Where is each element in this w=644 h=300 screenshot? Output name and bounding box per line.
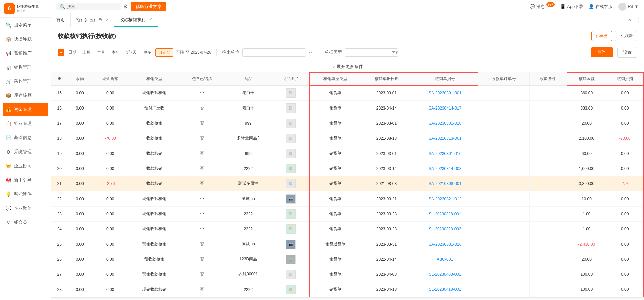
cell-writeoff-doc-type: 销货单 (310, 100, 361, 116)
chevron-down-icon: ∨ (332, 64, 335, 69)
search-input[interactable] (67, 4, 117, 9)
cell-receipt-condition (529, 206, 567, 221)
cell-include-settled: 否 (180, 146, 224, 161)
table-row: 190.000.00收款核销否999🖼销货单2023-03-01SA-20230… (51, 146, 644, 161)
search-icon: 🔍 (60, 4, 65, 9)
last-7-days-btn[interactable]: 近7天 (124, 48, 140, 57)
cell-writeoff-doc-date: 2023-03-31 (361, 237, 412, 252)
cell-writeoff-doc-no-link[interactable]: SA-20230301-001 (429, 91, 461, 95)
tab-home[interactable]: 首页 (51, 13, 71, 27)
cell-goods-img: 🖼 (272, 131, 310, 146)
sidebar-item-basic-info[interactable]: 📄 基础信息 (0, 131, 51, 145)
refresh-button[interactable]: ↺ 刷新 (615, 31, 637, 41)
sidebar-item-collab[interactable]: 🤝 企业协同 (0, 159, 51, 173)
last-month-btn[interactable]: 上月 (79, 48, 93, 57)
page-actions: ↑ 导出 ↺ 刷新 (591, 31, 638, 41)
query-button[interactable]: 查询 (591, 47, 613, 57)
cell-writeoff-doc-no-link[interactable]: SA-20210808-001 (429, 181, 461, 186)
sidebar-item-member[interactable]: V 畅会员 (0, 215, 51, 229)
sidebar-item-hardware[interactable]: 💡 智能硬件 (0, 187, 51, 201)
sidebar-item-quick-nav[interactable]: 🏠 快捷导航 (0, 32, 51, 46)
cell-goods-img: 🖼 (272, 100, 310, 116)
sidebar-item-system[interactable]: ⚙ 系统管理 (0, 145, 51, 159)
cell-goods-img: 🖼 (272, 116, 310, 131)
cell-receipt-condition (529, 176, 567, 191)
cell-balance: 0.00 (68, 252, 92, 267)
col-include-settled: 包含已结清 (180, 72, 224, 85)
tab-writeoff-close[interactable]: ✕ (149, 17, 152, 22)
industry-solution-button[interactable]: 休验行业方案 (131, 2, 166, 11)
doctype-select[interactable] (345, 48, 398, 57)
cell-writeoff-doc-type: 销货单 (310, 267, 361, 282)
cell-writeoff-discount: 0.00 (606, 116, 644, 131)
app-download-button[interactable]: 📱 App下载 (560, 4, 583, 10)
cell-goods: 2222 (224, 221, 272, 237)
sidebar-item-purchase[interactable]: 🛒 采购管理 (0, 74, 51, 88)
maximize-icon[interactable]: ⛶ (634, 17, 639, 23)
this-month-btn[interactable]: 本月 (94, 48, 108, 57)
cell-writeoff-doc-no: SL-20230328-002 (412, 221, 478, 237)
cell-writeoff-discount: 0.00 (606, 161, 644, 176)
filter-toggle-button[interactable]: » (58, 49, 64, 56)
expand-button[interactable]: ∨ 展开更多条件 (332, 63, 363, 70)
cell-writeoff-doc-no-link[interactable]: SA-20230414-017 (429, 106, 461, 111)
col-writeoff-doc-no: 核销单据号 (412, 72, 478, 85)
col-writeoff-type: 核销类型 (129, 72, 180, 85)
sidebar-item-operation[interactable]: 📋 经营管理 (0, 117, 51, 131)
gear-icon[interactable]: ⚙ (123, 3, 128, 10)
cell-writeoff-doc-no-link[interactable]: SA-20230314-008 (429, 166, 461, 171)
cell-writeoff-amount: 20.00 (567, 252, 606, 267)
cell-writeoff-doc-no-link[interactable]: SL-20230328-002 (429, 227, 461, 231)
cell-cash-discount: -70.00 (92, 131, 129, 146)
tab-prepay-close[interactable]: ✕ (106, 18, 109, 22)
cell-writeoff-doc-no-link[interactable]: SA-20230301-010 (429, 121, 461, 126)
col-settings[interactable]: ⚙ (51, 72, 68, 85)
cell-writeoff-doc-type: 销货单 (310, 252, 361, 267)
tab-writeoff[interactable]: 收款核销执行 ✕ (114, 13, 158, 27)
cell-writeoff-doc-no-link[interactable]: SA-20230331-026 (429, 242, 461, 247)
ellipsis-icon[interactable]: ··· (309, 49, 314, 56)
sidebar-item-marketing[interactable]: 📢 营销推广 (0, 46, 51, 60)
cell-cash-discount: 0.00 (92, 252, 129, 267)
sidebar-item-inventory[interactable]: 📦 库存核算 (0, 88, 51, 102)
cell-writeoff-doc-no: SA-20230301-010 (412, 146, 478, 161)
cell-writeoff-doc-no-link[interactable]: SL-20230328-001 (429, 212, 461, 216)
cell-writeoff-doc-no-link[interactable]: SA-20230301-010 (429, 151, 461, 156)
sidebar-item-sales[interactable]: 📊 销售管理 (0, 60, 51, 74)
filter-divider-2 (319, 49, 319, 56)
messages-button[interactable]: 💬 消息 99+ (530, 4, 555, 10)
doctype-filter-section: 单据类型 ▼ (325, 48, 399, 57)
cell-writeoff-doc-date: 2021-08-08 (361, 176, 412, 191)
sidebar-item-wechat[interactable]: 💬 企业微信 (0, 201, 51, 215)
user-menu[interactable]: Rit ▼ (618, 3, 639, 11)
home-icon: 🏠 (5, 36, 11, 42)
cell-writeoff-doc-no-link[interactable]: SA-20210813-001 (429, 136, 461, 141)
cell-writeoff-doc-no-link[interactable]: SA-20230321-012 (429, 197, 461, 201)
custom-date-btn[interactable]: 自定义 (155, 48, 173, 57)
close-all-icon[interactable]: ✕ (628, 17, 632, 23)
more-date-btn[interactable]: 更多 (141, 48, 154, 57)
cell-writeoff-doc-no-link[interactable]: SL-20230418-001 (429, 287, 461, 292)
cell-receipt-order-no (478, 221, 529, 237)
cell-writeoff-doc-date: 2023-03-28 (361, 221, 412, 237)
member-icon: V (5, 219, 11, 225)
setting-button[interactable]: 设置 (617, 47, 637, 58)
export-button[interactable]: ↑ 导出 (591, 31, 612, 41)
this-year-btn[interactable]: 本年 (109, 48, 122, 57)
cell-writeoff-doc-no-link[interactable]: SL-20230408-001 (429, 272, 461, 277)
sidebar-item-search[interactable]: 🔍 搜索菜单 (0, 18, 51, 32)
cell-writeoff-doc-no-link[interactable]: ABC-001 (437, 257, 453, 262)
search-box[interactable]: 🔍 (56, 3, 121, 10)
unit-input[interactable] (242, 48, 306, 57)
cell-balance: 0.00 (68, 206, 92, 221)
table-container[interactable]: ⚙ 余额 现金折扣 核销类型 包含已结清 商品 商品图片 核销单据类型 核销单据… (51, 72, 644, 300)
sidebar-item-guide[interactable]: 🎯 新手引导 (0, 173, 51, 187)
main-content: 🔍 ⚙ 休验行业方案 💬 消息 99+ 📱 App下载 👤 在线客服 R (51, 0, 644, 300)
tab-prepay-label: 预付冲应付单 (76, 17, 102, 23)
tab-prepay[interactable]: 预付冲应付单 ✕ (71, 13, 114, 27)
sidebar-item-label: 新手引导 (14, 177, 32, 183)
sidebar-item-finance[interactable]: 💰 资金管理 (3, 103, 48, 116)
cell-receipt-order-no (478, 282, 529, 297)
app-name: 畅捷通好生意 (17, 4, 39, 9)
online-service-button[interactable]: 👤 在线客服 (589, 4, 613, 10)
